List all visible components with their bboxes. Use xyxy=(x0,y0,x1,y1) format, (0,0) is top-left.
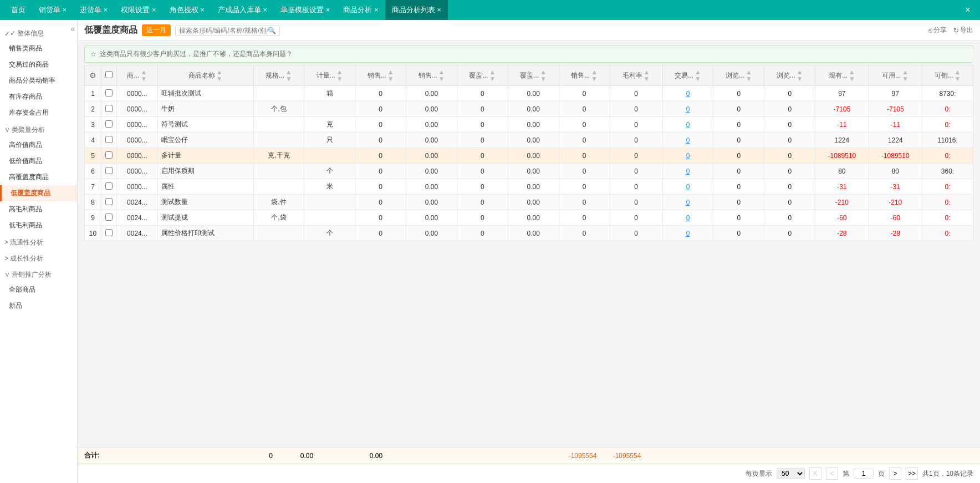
sidebar-group-overall[interactable]: ✓ ✓ 整体信息 xyxy=(0,24,77,40)
sidebar-collapse-button[interactable]: « xyxy=(70,24,75,33)
row-checkbox[interactable] xyxy=(101,226,117,241)
th-sales3[interactable]: 销售...▲▼ xyxy=(559,65,610,86)
last-page-button[interactable]: >> xyxy=(906,467,918,480)
sidebar-item-low-value[interactable]: 低价值商品 xyxy=(0,153,77,169)
row-spec: 个,袋 xyxy=(253,210,304,226)
nav-item-analysis-list[interactable]: 商品分析列表 × xyxy=(385,0,448,20)
row-checkbox[interactable] xyxy=(101,86,117,101)
row-current: -210 xyxy=(815,195,869,210)
sidebar-item-high-value[interactable]: 高价值商品 xyxy=(0,137,77,153)
search-input[interactable] xyxy=(179,27,268,34)
sidebar-group-marketing[interactable]: ∨ 营销推广分析 xyxy=(0,266,77,282)
share-icon: ⎋ xyxy=(928,27,932,34)
row-sales3: 0 xyxy=(559,195,610,210)
sidebar-item-low-coverage[interactable]: 低覆盖度商品 xyxy=(0,185,77,201)
th-saleable[interactable]: 可销...▲▼ xyxy=(922,65,973,86)
sidebar-item-low-margin[interactable]: 低毛利商品 xyxy=(0,217,77,233)
row-num: 7 xyxy=(85,179,101,195)
row-available: 97 xyxy=(869,86,922,101)
row-cover1: 0 xyxy=(457,164,508,179)
row-sales2: 0.00 xyxy=(406,195,457,210)
sidebar-item-high-margin[interactable]: 高毛利商品 xyxy=(0,201,77,217)
nav-close-button[interactable]: × xyxy=(960,2,976,18)
th-browse1[interactable]: 浏览...▲▼ xyxy=(713,65,764,86)
sidebar-item-in-stock[interactable]: 有库存商品 xyxy=(0,89,77,105)
row-spec xyxy=(253,226,304,241)
row-checkbox[interactable] xyxy=(101,148,117,164)
row-current: 80 xyxy=(815,164,869,179)
row-num: 4 xyxy=(85,133,101,148)
summary-current: -1095554 xyxy=(560,452,605,460)
sidebar-item-inventory-capital[interactable]: 库存资金占用 xyxy=(0,105,77,121)
th-sales1[interactable]: 销售...▲▼ xyxy=(355,65,406,86)
row-browse1: 0 xyxy=(713,117,764,133)
per-page-select[interactable]: 20 50 100 xyxy=(777,468,805,479)
th-spec[interactable]: 规格...▲▼ xyxy=(253,65,304,86)
th-code[interactable]: 商...▲▼ xyxy=(117,65,158,86)
row-browse1: 0 xyxy=(713,164,764,179)
th-margin[interactable]: 毛利率▲▼ xyxy=(610,65,662,86)
sidebar-group-cluster[interactable]: ∨ 类聚量分析 xyxy=(0,121,77,137)
sidebar-item-sales-goods[interactable]: 销售类商品 xyxy=(0,40,77,57)
row-margin: 0 xyxy=(610,195,662,210)
th-available[interactable]: 可用...▲▼ xyxy=(869,65,922,86)
nav-item-templates[interactable]: 单据模板设置 × xyxy=(274,0,336,20)
th-sales2[interactable]: 销售...▲▼ xyxy=(406,65,457,86)
th-cover1[interactable]: 覆盖...▲▼ xyxy=(457,65,508,86)
row-cover2: 0.00 xyxy=(508,226,559,241)
export-button[interactable]: ↻ 导出 xyxy=(953,26,973,35)
th-checkbox[interactable] xyxy=(101,65,117,86)
row-checkbox[interactable] xyxy=(101,164,117,179)
row-unit: 个 xyxy=(304,226,355,241)
row-checkbox[interactable] xyxy=(101,117,117,133)
sidebar-item-all-goods[interactable]: 全部商品 xyxy=(0,282,77,298)
nav-item-analysis[interactable]: 商品分析 × xyxy=(336,0,385,20)
prev-page-button[interactable]: < xyxy=(826,467,838,480)
nav-item-products[interactable]: 产成品入库单 × xyxy=(211,0,274,20)
first-page-button[interactable]: K xyxy=(809,467,821,480)
current-page-input[interactable] xyxy=(854,469,874,479)
sidebar-item-high-coverage[interactable]: 高覆盖度商品 xyxy=(0,169,77,185)
sidebar-group-growth[interactable]: > 成长性分析 xyxy=(0,250,77,266)
settings-icon[interactable]: ⚙ xyxy=(89,71,96,80)
nav-item-home[interactable]: 首页 xyxy=(4,0,32,20)
sidebar-item-traded[interactable]: 交易过的商品 xyxy=(0,57,77,73)
th-current[interactable]: 现有...▲▼ xyxy=(815,65,869,86)
row-sales2: 0.00 xyxy=(406,210,457,226)
th-browse2[interactable]: 浏览...▲▼ xyxy=(764,65,815,86)
summary-available: -1095554 xyxy=(605,452,649,460)
row-cover2: 0.00 xyxy=(508,117,559,133)
nav-item-permissions[interactable]: 权限设置 × xyxy=(114,0,162,20)
row-browse1: 0 xyxy=(713,101,764,117)
pagination-bar: 每页显示 20 50 100 K < 第 页 > >> 共1页，10条记录 xyxy=(78,464,980,483)
row-checkbox[interactable] xyxy=(101,210,117,226)
share-button[interactable]: ⎋ 分享 xyxy=(928,26,947,35)
sidebar-group-circulation[interactable]: > 流通性分析 xyxy=(0,233,77,250)
row-sales3: 0 xyxy=(559,164,610,179)
row-sales1: 0 xyxy=(355,101,406,117)
th-unit[interactable]: 计量...▲▼ xyxy=(304,65,355,86)
row-checkbox[interactable] xyxy=(101,195,117,210)
select-all-checkbox[interactable] xyxy=(105,71,113,78)
row-sales2: 0.00 xyxy=(406,179,457,195)
row-checkbox[interactable] xyxy=(101,101,117,117)
content-area: 低覆盖度商品 近一月 🔍 ⎋ 分享 ↻ 导出 ☆ 这类商品只有很少客户购买过，是 xyxy=(78,20,980,483)
sidebar-item-category-rate[interactable]: 商品分类动销率 xyxy=(0,73,77,89)
nav-item-roles[interactable]: 角色授权 × xyxy=(163,0,211,20)
row-checkbox[interactable] xyxy=(101,133,117,148)
th-settings[interactable]: ⚙ xyxy=(85,65,101,86)
nav-item-purchase[interactable]: 进货单 × xyxy=(73,0,114,20)
row-checkbox[interactable] xyxy=(101,179,117,195)
search-icon[interactable]: 🔍 xyxy=(268,27,276,34)
sidebar-item-new-goods[interactable]: 新品 xyxy=(0,298,77,314)
nav-item-sales[interactable]: 销货单 × xyxy=(32,0,73,20)
th-cover2[interactable]: 覆盖...▲▼ xyxy=(508,65,559,86)
th-name[interactable]: 商品名称▲▼ xyxy=(157,65,253,86)
row-cover2: 0.00 xyxy=(508,101,559,117)
table-wrapper[interactable]: ⚙ 商...▲▼ 商品名称▲▼ 规格...▲▼ xyxy=(84,65,973,447)
row-current: 1224 xyxy=(815,133,869,148)
time-filter-button[interactable]: 近一月 xyxy=(142,24,171,36)
next-page-button[interactable]: > xyxy=(889,467,901,480)
th-trade[interactable]: 交易...▲▼ xyxy=(662,65,713,86)
row-margin: 0 xyxy=(610,86,662,101)
